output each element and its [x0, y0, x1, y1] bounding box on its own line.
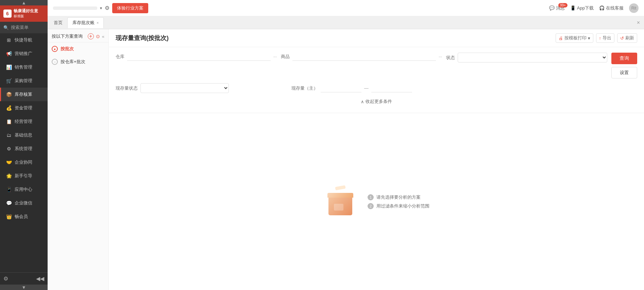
topbar-settings-icon[interactable]: ⚙ [105, 5, 109, 11]
tip1: 1 请先选择要分析的方案 [368, 193, 429, 202]
export-button[interactable]: ↑ 导出 [596, 33, 615, 43]
add-scheme-icon[interactable]: + [88, 33, 94, 39]
app-name: 畅康通好生意 [14, 8, 38, 14]
phone-icon: 📱 [570, 5, 576, 11]
tip1-text: 请先选择要分析的方案 [376, 193, 421, 202]
service-icon: 🎧 [599, 5, 605, 11]
online-service-button[interactable]: 🎧 在线客服 [599, 5, 624, 11]
sales-icon: 📊 [6, 64, 12, 70]
sidebar-item-label: 营销推广 [15, 51, 32, 57]
scheme-by-warehouse-batch[interactable]: ○ 按仓库+批次 [48, 55, 108, 68]
collapse-more-button[interactable]: ∧ 收起更多条件 [116, 96, 637, 107]
export-label: 导出 [603, 35, 611, 41]
print-button[interactable]: 🖨 按模板打印 ▾ [556, 33, 593, 43]
sidebar-scroll-up[interactable]: ▲ [0, 0, 48, 5]
content-area: 按以下方案查询 + ⊙ « ● 按批次 ○ 按仓库+批次 现存量查询(按批次) [48, 29, 644, 290]
finance-icon: 💰 [6, 105, 12, 111]
main-area: ▾ ⚙ 体验行业方案 💬 消息 99+ 📱 App下载 🎧 在线客服 Rit [48, 0, 644, 290]
settings-bottom-icon[interactable]: ⚙ [3, 275, 8, 282]
trial-button[interactable]: 体验行业方案 [112, 3, 148, 13]
sidebar: ▲ 6 畅康通好生意 标准版 🔍 搜索菜单 ⊞ 快捷导航 📢 营销推广 📊 销售… [0, 0, 48, 290]
goods-input[interactable] [292, 53, 436, 61]
empty-illustration [323, 185, 357, 219]
refresh-button[interactable]: ↺ 刷新 [617, 33, 637, 43]
inventory-status-select[interactable] [140, 83, 229, 93]
tab-close-icon[interactable]: × [97, 21, 99, 25]
warehouse-input[interactable] [127, 53, 271, 61]
page-title: 现存量查询(按批次) [116, 34, 169, 42]
app-version: 标准版 [14, 14, 38, 19]
tab-home-label: 首页 [54, 20, 63, 26]
print-icon: 🖨 [559, 36, 563, 41]
sidebar-item-marketing[interactable]: 📢 营销推广 [0, 47, 48, 60]
app-download-label: App下载 [577, 5, 594, 11]
scheme-warehouse-batch-label: 按仓库+批次 [61, 59, 85, 65]
scheme-by-batch[interactable]: ● 按批次 [48, 42, 108, 55]
scheme-active-icon: ● [52, 46, 58, 52]
export-icon: ↑ [599, 36, 601, 41]
sidebar-bottom: ⚙ ◀◀ [0, 272, 48, 285]
search-icon: 🔍 [3, 25, 9, 30]
sidebar-item-label: 新手引导 [15, 173, 32, 179]
app-download-button[interactable]: 📱 App下载 [570, 5, 594, 11]
quick-nav-icon: ⊞ [6, 37, 12, 43]
page-title-bar: 现存量查询(按批次) 🖨 按模板打印 ▾ ↑ 导出 ↺ 刷新 [109, 29, 644, 47]
sidebar-item-finance[interactable]: 💰 资金管理 [0, 101, 48, 115]
tip2-text: 用过滤条件来缩小分析范围 [376, 202, 429, 211]
sidebar-item-sales[interactable]: 📊 销售管理 [0, 60, 48, 74]
avatar-text: Rit [631, 6, 637, 11]
tab-close-right-button[interactable]: × [634, 20, 643, 26]
warehouse-dots[interactable]: ··· [273, 54, 277, 59]
sidebar-item-member[interactable]: 👑 畅会员 [0, 210, 48, 223]
sidebar-item-label: 应用中心 [15, 186, 32, 193]
sidebar-item-business[interactable]: 📋 经营管理 [0, 115, 48, 128]
empty-state: 1 请先选择要分析的方案 2 用过滤条件来缩小分析范围 [109, 113, 644, 290]
topbar-search-box [53, 6, 97, 10]
tab-home[interactable]: 首页 [49, 18, 67, 28]
inventory-icon: 📦 [6, 91, 12, 97]
sidebar-item-newbie[interactable]: 🌟 新手引导 [0, 169, 48, 183]
messages-button[interactable]: 💬 消息 99+ [549, 5, 565, 11]
sidebar-item-system[interactable]: ⚙ 系统管理 [0, 142, 48, 156]
collapse-sidebar-icon[interactable]: ◀◀ [36, 275, 44, 282]
topbar-dropdown-icon[interactable]: ▾ [100, 6, 102, 11]
refresh-icon: ↺ [620, 36, 624, 41]
sidebar-item-purchase[interactable]: 🛒 采购管理 [0, 74, 48, 88]
wechat-icon: 💬 [6, 200, 12, 206]
tab-inventory-batch[interactable]: 库存批次账 × [67, 17, 104, 28]
goods-label: 商品 [281, 54, 290, 60]
sidebar-item-enterprise[interactable]: 🤝 企业协同 [0, 156, 48, 169]
settings-button[interactable]: 设置 [611, 67, 637, 78]
sidebar-item-quick-nav[interactable]: ⊞ 快捷导航 [0, 33, 48, 47]
basic-icon: 🗂 [6, 132, 12, 138]
status-select[interactable] [458, 53, 607, 62]
inventory-amount-to[interactable] [371, 84, 412, 92]
sidebar-item-wechat[interactable]: 💬 企业微信 [0, 196, 48, 210]
sidebar-search[interactable]: 🔍 搜索菜单 [0, 22, 48, 33]
sidebar-nav: ⊞ 快捷导航 📢 营销推广 📊 销售管理 🛒 采购管理 📦 库存核算 💰 资金管… [0, 33, 48, 272]
sidebar-scroll-down[interactable]: ▼ [0, 285, 48, 290]
user-avatar[interactable]: Rit [629, 3, 639, 13]
sidebar-search-label: 搜索菜单 [11, 24, 29, 31]
sidebar-header: 6 畅康通好生意 标准版 [0, 5, 48, 22]
sidebar-item-inventory[interactable]: 📦 库存核算 [0, 88, 48, 101]
sidebar-item-app-center[interactable]: 📱 应用中心 [0, 183, 48, 196]
filter-area: 仓库 ··· 商品 ··· 状态 [109, 47, 644, 113]
tabbar: 首页 库存批次账 × × [48, 16, 644, 29]
inventory-amount-from[interactable] [321, 84, 361, 92]
tip2-number: 2 [368, 203, 374, 209]
refresh-label: 刷新 [625, 35, 634, 41]
topbar: ▾ ⚙ 体验行业方案 💬 消息 99+ 📱 App下载 🎧 在线客服 Rit [48, 0, 644, 16]
collapse-label: 收起更多条件 [366, 98, 392, 105]
tip1-number: 1 [368, 194, 374, 200]
sidebar-item-basic[interactable]: 🗂 基础信息 [0, 128, 48, 142]
sidebar-item-label: 采购管理 [15, 78, 32, 84]
purchase-icon: 🛒 [6, 78, 12, 84]
left-panel: 按以下方案查询 + ⊙ « ● 按批次 ○ 按仓库+批次 [48, 29, 109, 290]
topbar-left: ▾ ⚙ 体验行业方案 [53, 3, 546, 13]
goods-dots[interactable]: ··· [439, 54, 442, 59]
query-button[interactable]: 查询 [611, 53, 637, 64]
collapse-icon: ∧ [361, 99, 364, 104]
collapse-panel-icon[interactable]: « [102, 34, 104, 39]
scheme-settings-icon[interactable]: ⊙ [96, 34, 100, 39]
